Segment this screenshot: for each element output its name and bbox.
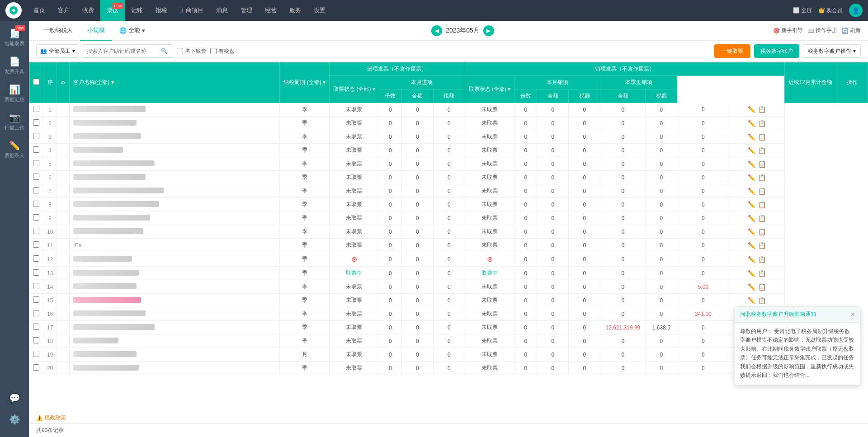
copy-icon[interactable]: 📋 [758,228,766,235]
edit-icon[interactable]: ✏️ [748,133,755,141]
row-checkbox-cell[interactable] [29,117,43,130]
nav-business[interactable]: 工商项目 [174,0,210,21]
taxdisk-checkbox[interactable] [210,48,217,54]
row-checkbox[interactable] [33,241,39,248]
th-customer[interactable]: 客户名称(全部) ▾ [70,62,280,103]
next-month-button[interactable]: ▶ [483,25,494,36]
prev-month-button[interactable]: ◀ [431,25,442,36]
sidebar-item-smart-ticket[interactable]: new 🧾 智能取票 [2,24,27,51]
th-settings[interactable]: ⚙ [57,62,70,103]
row-checkbox[interactable] [33,228,39,234]
row-checkbox-cell[interactable] [29,211,43,225]
copy-icon[interactable]: 📋 [758,283,766,291]
row-checkbox[interactable] [33,269,39,276]
edit-icon[interactable]: ✏️ [748,174,755,181]
copy-icon[interactable]: 📋 [758,174,766,181]
row-checkbox[interactable] [33,119,39,126]
copy-icon[interactable]: 📋 [758,270,766,277]
row-checkbox[interactable] [33,201,39,207]
edit-icon[interactable]: ✏️ [748,201,755,208]
row-checkbox[interactable] [33,324,39,330]
copy-icon[interactable]: 📋 [758,215,766,222]
row-checkbox[interactable] [33,174,39,180]
sidebar-item-summary[interactable]: 📊 票据汇总 [2,80,27,107]
row-checkbox[interactable] [33,364,39,371]
copy-icon[interactable]: 📋 [758,133,766,141]
search-input[interactable] [87,48,159,54]
row-checkbox-cell[interactable] [29,184,43,198]
edit-icon[interactable]: ✏️ [748,160,755,168]
row-checkbox-cell[interactable] [29,280,43,294]
edit-icon[interactable]: ✏️ [748,228,755,235]
nav-bookkeeping[interactable]: 记账 [125,0,149,21]
row-checkbox-cell[interactable] [29,225,43,239]
row-checkbox-cell[interactable] [29,130,43,144]
nav-operation[interactable]: 经营 [259,0,283,21]
row-checkbox-cell[interactable] [29,171,43,184]
row-checkbox-cell[interactable] [29,198,43,211]
sidebar-item-settings[interactable]: ⚙️ [2,410,27,430]
edit-icon[interactable]: ✏️ [748,147,755,154]
row-checkbox[interactable] [33,255,39,262]
member-button[interactable]: 👑 购会员 [818,7,843,14]
row-checkbox-cell[interactable] [29,252,43,267]
copy-icon[interactable]: 📋 [758,147,766,154]
select-all-checkbox[interactable] [33,79,39,85]
nav-service[interactable]: 服务 [283,0,307,21]
popup-close-button[interactable]: × [851,310,855,319]
sidebar-item-invoice-open[interactable]: 📄 发票开具 [2,52,27,79]
edit-icon[interactable]: ✏️ [748,256,755,263]
copy-icon[interactable]: 📋 [758,256,766,263]
copy-icon[interactable]: 📋 [758,106,766,113]
row-checkbox-cell[interactable] [29,157,43,171]
fullscreen-button[interactable]: ⬜ 全屏 [793,7,812,14]
row-checkbox[interactable] [33,187,39,193]
employee-filter[interactable]: 👥 全部员工 ▾ [36,44,79,58]
checkbox-subledger[interactable]: 名下账套 [177,47,207,55]
edit-icon[interactable]: ✏️ [748,215,755,222]
edit-icon[interactable]: ✏️ [748,283,755,291]
sidebar-item-scan[interactable]: 📷 扫描上传 [2,108,27,135]
copy-icon[interactable]: 📋 [758,297,766,304]
row-checkbox[interactable] [33,146,39,153]
copy-icon[interactable]: 📋 [758,120,766,127]
edit-icon[interactable]: ✏️ [748,270,755,277]
sidebar-item-entry[interactable]: ✏️ 票据录入 [2,136,27,163]
nav-manage[interactable]: 管理 [234,0,259,21]
row-checkbox-cell[interactable] [29,321,43,334]
th-in-status[interactable]: 取票状态 (全部) ▾ [330,76,379,103]
guide-button[interactable]: 🎯 新手引导 [773,27,803,34]
row-checkbox[interactable] [33,310,39,316]
sidebar-item-help[interactable]: 💬 [2,389,27,409]
row-checkbox[interactable] [33,214,39,221]
row-checkbox[interactable] [33,160,39,166]
row-checkbox-cell[interactable] [29,307,43,321]
th-tax-period[interactable]: 纳税周期 (全部) ▾ [280,62,330,103]
tax-digital-op-button[interactable]: 税务数字账户操作 ▾ [803,44,861,58]
row-checkbox-cell[interactable] [29,348,43,362]
nav-settings[interactable]: 设置 [307,0,332,21]
nav-invoice[interactable]: 票据 new [100,0,125,21]
row-checkbox-cell[interactable] [29,362,43,375]
copy-icon[interactable]: 📋 [758,160,766,168]
nav-home[interactable]: 首页 [27,0,52,21]
row-checkbox[interactable] [33,337,39,343]
copy-icon[interactable]: 📋 [758,242,766,249]
edit-icon[interactable]: ✏️ [748,188,755,195]
row-checkbox-cell[interactable] [29,267,43,280]
row-checkbox-cell[interactable] [29,144,43,157]
nav-customer[interactable]: 客户 [52,0,76,21]
row-checkbox[interactable] [33,133,39,139]
row-checkbox-cell[interactable] [29,294,43,307]
nav-tax[interactable]: 报税 [149,0,174,21]
copy-icon[interactable]: 📋 [758,201,766,208]
tab-small[interactable]: 小规模 [80,21,112,41]
tax-policy-link[interactable]: ⚠️ 税政政策 [29,412,868,423]
tab-general[interactable]: 一般纳税人 [36,21,80,41]
edit-icon[interactable]: ✏️ [748,297,755,304]
one-key-button[interactable]: 一键取票 [714,44,750,58]
copy-icon[interactable]: 📋 [758,188,766,195]
subledger-checkbox[interactable] [177,48,183,54]
nav-message[interactable]: 消息 [210,0,234,21]
edit-icon[interactable]: ✏️ [748,242,755,249]
